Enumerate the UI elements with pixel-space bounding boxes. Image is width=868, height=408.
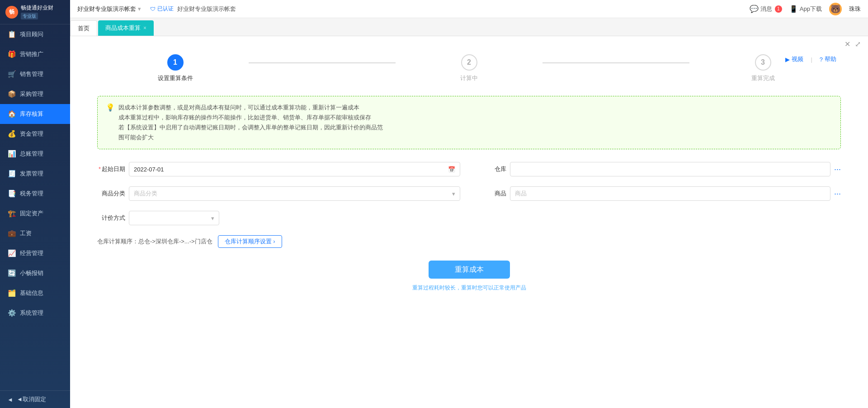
- step-3-label: 重算完成: [751, 74, 775, 82]
- step-line-2: [542, 62, 689, 63]
- sidebar-item-inventory[interactable]: 🏠 库存核算: [0, 104, 70, 124]
- pricing-select[interactable]: ▾: [129, 211, 219, 225]
- goods-more-button[interactable]: ···: [834, 189, 841, 199]
- goods-label: 商品: [478, 190, 510, 198]
- tabbar: 首页 商品成本重算 ×: [70, 18, 868, 36]
- expand-window-button[interactable]: ⤢: [855, 40, 861, 48]
- invoice-icon: 🧾: [7, 169, 16, 178]
- sidebar-item-system[interactable]: ⚙️ 系统管理: [0, 303, 70, 323]
- sidebar-item-sales[interactable]: 🛒 销售管理: [0, 64, 70, 84]
- topbar-left: 好业财专业版演示帐套 ▾ 🛡 已认证 好业财专业版演示帐套: [77, 5, 750, 13]
- avatar-image: 🐻: [830, 4, 840, 14]
- goods-field: 商品 商品 ···: [478, 186, 841, 201]
- goods-input[interactable]: 商品: [510, 186, 830, 201]
- sidebar-item-finance[interactable]: 💰 资金管理: [0, 124, 70, 144]
- company-selector[interactable]: 好业财专业版演示帐套 ▾: [77, 5, 141, 13]
- recalc-tip: 重算过程耗时较长，重算时您可以正常使用产品: [97, 284, 841, 292]
- inventory-icon: 🏠: [7, 109, 16, 119]
- basic-icon: 🗂️: [7, 289, 16, 298]
- sidebar-item-assets[interactable]: 🏗️ 固定资产: [0, 204, 70, 223]
- finance-icon: 💰: [7, 129, 16, 138]
- sidebar-item-operation[interactable]: 📈 经营管理: [0, 243, 70, 263]
- phone-icon: 📱: [789, 5, 798, 13]
- step-line-1: [249, 62, 396, 63]
- sidebar-nav: 📋 项目顾问 🎁 营销推广 🛒 销售管理 📦 采购管理 🏠 库存核算 💰 资金管…: [0, 24, 70, 390]
- step-2-label: 计算中: [460, 74, 478, 82]
- sidebar-item-ledger[interactable]: 📊 总账管理: [0, 144, 70, 164]
- operation-icon: 📈: [7, 249, 16, 258]
- notice-icon: 💡: [106, 103, 115, 142]
- warehouse-order-settings-button[interactable]: 仓库计算顺序设置 ›: [218, 235, 282, 248]
- category-select[interactable]: 商品分类 ▾: [129, 186, 460, 201]
- message-icon: 💬: [750, 5, 759, 13]
- tax-icon: 📑: [7, 189, 16, 198]
- sidebar-pin-toggle[interactable]: ◄ ◄取消固定: [0, 390, 70, 408]
- pricing-row: 计价方式 ▾: [97, 211, 841, 225]
- sidebar-item-purchase[interactable]: 📦 采购管理: [0, 84, 70, 104]
- salary-icon: 💼: [7, 229, 16, 238]
- ledger-icon: 📊: [7, 149, 16, 158]
- sidebar-item-invoice[interactable]: 🧾 发票管理: [0, 164, 70, 184]
- tab-home[interactable]: 首页: [70, 20, 97, 36]
- start-date-input[interactable]: 2022-07-01 📅: [129, 162, 460, 176]
- purchase-icon: 📦: [7, 90, 16, 99]
- notice-text: 因成本计算参数调整，或是对商品成本有疑问时，可以通过成本重算功能，重新计算一遍成…: [118, 103, 383, 142]
- message-button[interactable]: 💬 消息 1: [750, 5, 782, 13]
- shield-icon: 🛡: [150, 6, 156, 12]
- user-name: 珠珠: [849, 5, 861, 13]
- verified-badge: 🛡 已认证 好业财专业版演示帐套: [150, 5, 236, 13]
- warehouse-label: 仓库: [478, 165, 510, 173]
- warehouse-order-row: 仓库计算顺序：总仓->深圳仓库->...->门店仓 仓库计算顺序设置 ›: [97, 235, 841, 248]
- video-help-link[interactable]: ▶ 视频: [785, 55, 803, 63]
- step-2-circle: 2: [461, 54, 477, 71]
- sidebar-logo: 畅 畅捷通好业财 专业版: [0, 0, 70, 24]
- pin-icon: ◄: [7, 396, 13, 403]
- sidebar: 畅 畅捷通好业财 专业版 📋 项目顾问 🎁 营销推广 🛒 销售管理 📦 采购管理…: [0, 0, 70, 408]
- marketing-icon: 🎁: [7, 50, 16, 59]
- step-2: 2 计算中: [396, 54, 542, 82]
- step-1-label: 设置重算条件: [158, 74, 193, 82]
- sidebar-item-tax[interactable]: 📑 税务管理: [0, 184, 70, 204]
- notice-box: 💡 因成本计算参数调整，或是对商品成本有疑问时，可以通过成本重算功能，重新计算一…: [97, 96, 841, 149]
- content-area: ✕ ⤢ 1 设置重算条件 2 计算中 3: [70, 36, 868, 408]
- expense-icon: 🔄: [7, 269, 16, 278]
- recalc-button[interactable]: 重算成本: [429, 261, 510, 279]
- app-logo-icon: 畅: [5, 6, 18, 19]
- tab-recalc[interactable]: 商品成本重算 ×: [98, 20, 154, 36]
- close-window-button[interactable]: ✕: [844, 40, 850, 48]
- project-icon: 📋: [7, 30, 16, 39]
- step-3-circle: 3: [755, 54, 771, 71]
- sidebar-item-expense[interactable]: 🔄 小畅报销: [0, 263, 70, 283]
- window-controls: ✕ ⤢: [844, 40, 861, 48]
- sidebar-item-salary[interactable]: 💼 工资: [0, 223, 70, 243]
- sidebar-item-basic[interactable]: 🗂️ 基础信息: [0, 283, 70, 303]
- step-1: 1 设置重算条件: [102, 54, 249, 82]
- form-row-1: 起始日期 2022-07-01 📅 仓库 ···: [97, 162, 841, 176]
- pricing-chevron-icon: ▾: [211, 215, 214, 222]
- start-date-label: 起始日期: [97, 165, 129, 173]
- tab-close-button[interactable]: ×: [143, 25, 146, 31]
- sidebar-item-project[interactable]: 📋 项目顾问: [0, 24, 70, 44]
- assets-icon: 🏗️: [7, 209, 16, 218]
- warehouse-order-label: 仓库计算顺序：总仓->深圳仓库->...->门店仓: [97, 237, 212, 246]
- warehouse-input[interactable]: [510, 162, 830, 176]
- steps-container: 1 设置重算条件 2 计算中 3 重算完成 ▶ 视频 | ?: [84, 45, 854, 82]
- form-area: 起始日期 2022-07-01 📅 仓库 ··· 商品分类: [84, 162, 854, 292]
- category-chevron-icon: ▾: [452, 190, 455, 197]
- warehouse-more-button[interactable]: ···: [834, 165, 841, 174]
- start-date-field: 起始日期 2022-07-01 📅: [97, 162, 460, 176]
- calendar-icon[interactable]: 📅: [448, 166, 455, 173]
- category-field: 商品分类 商品分类 ▾: [97, 186, 460, 201]
- sidebar-item-marketing[interactable]: 🎁 营销推广: [0, 44, 70, 64]
- system-icon: ⚙️: [7, 308, 16, 318]
- warehouse-field: 仓库 ···: [478, 162, 841, 176]
- user-avatar[interactable]: 🐻: [829, 3, 842, 15]
- category-label: 商品分类: [97, 190, 129, 198]
- topbar: 好业财专业版演示帐套 ▾ 🛡 已认证 好业财专业版演示帐套 💬 消息 1 📱 A…: [70, 0, 868, 18]
- steps-help: ▶ 视频 | ? 帮助: [785, 55, 836, 63]
- app-logo-text: 畅捷通好业财 专业版: [21, 5, 53, 19]
- form-row-2: 商品分类 商品分类 ▾ 商品 商品 ···: [97, 186, 841, 201]
- topbar-right: 💬 消息 1 📱 App下载 🐻 珠珠: [750, 3, 861, 15]
- help-link[interactable]: ? 帮助: [820, 55, 836, 63]
- app-download-button[interactable]: 📱 App下载: [789, 5, 822, 13]
